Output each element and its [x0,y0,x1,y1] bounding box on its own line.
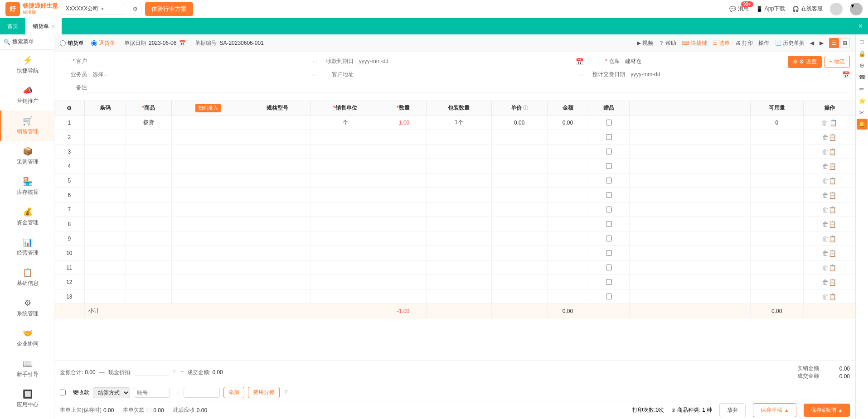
customer-picker[interactable]: ··· [313,58,317,65]
salesperson-input[interactable] [90,70,308,79]
add-payment-btn[interactable]: 添加 [223,387,244,398]
radio-sale[interactable]: 销货单 [60,39,84,47]
salesperson-picker[interactable]: ··· [313,72,317,78]
sidebar-item-basic-info[interactable]: 📋 基础信息 [0,262,54,293]
calendar-icon[interactable]: 📅 [179,40,186,46]
filter-btn[interactable]: ☰ 选单 [713,39,730,47]
sidebar-item-wechat[interactable]: 💬 企业微信 [0,414,54,419]
service-button[interactable]: 🎧 在线客服 [792,5,823,13]
help-btn[interactable]: ？ 帮助 [659,39,676,47]
settings-button[interactable]: ⚙ ⚙ 设置 [788,56,822,68]
due-date-calendar-icon[interactable]: 📅 [576,58,583,65]
amount-input[interactable] [184,388,220,398]
discount-input[interactable] [133,369,170,376]
user-dropdown[interactable]: ▼ [850,3,863,15]
gift-checkbox[interactable] [606,134,612,140]
sidebar-item-finance[interactable]: 💰 资金管理 [0,202,54,232]
delete-row-btn[interactable]: 🗑 [822,206,829,213]
close-tab-icon[interactable]: × [52,24,54,29]
one-click-payment[interactable]: 一键收款 [60,389,89,396]
scan-btn[interactable]: 扫码录入 [195,104,221,112]
copy-row-btn[interactable]: 📋 [829,250,836,257]
doc-shortage-help[interactable]: ⓘ [146,407,151,414]
fee-split-btn[interactable]: 费用分摊 [248,387,280,398]
operate-btn[interactable]: 操作 [758,39,769,47]
delete-row-btn[interactable]: 🗑 [822,221,829,228]
copy-row-btn[interactable]: 📋 [829,235,836,242]
copy-row-btn[interactable]: 📋 [829,177,836,184]
delete-row-btn[interactable]: 🗑 [822,293,829,300]
copy-row-btn[interactable]: 📋 [829,192,836,199]
rs-btn-8[interactable]: 🔔 [857,119,868,130]
copy-row-btn[interactable]: 📋 [829,293,836,300]
settings-icon[interactable]: ⚙ [129,3,141,15]
account-input[interactable] [134,388,170,398]
avatar[interactable] [830,3,843,15]
expected-date-input[interactable] [628,70,839,79]
due-date-input[interactable] [356,57,573,66]
sidebar-item-app-center[interactable]: 🔲 应用中心 [0,384,54,414]
next-btn[interactable]: ▶ [820,40,824,46]
list-view-btn[interactable]: ☰ [829,38,839,48]
close-all-tabs[interactable]: × [853,18,868,34]
tab-home[interactable]: 首页 [0,18,25,34]
sidebar-item-purchase[interactable]: 📦 采购管理 [0,141,54,171]
copy-row-btn[interactable]: 📋 [829,134,836,141]
gift-checkbox[interactable] [606,236,612,241]
message-button[interactable]: 💬 消息 99+ [729,5,749,13]
gift-checkbox[interactable] [606,149,612,154]
note-input[interactable] [90,83,850,92]
history-btn[interactable]: 📃 历史单据 [775,39,805,47]
sidebar-item-collab[interactable]: 🤝 企业协同 [0,323,54,353]
sidebar-search[interactable]: 🔍 搜索菜单 [0,34,54,50]
expected-date-calendar-icon[interactable]: 📅 [842,71,850,78]
radio-return[interactable]: 退货单 [91,39,115,47]
payment-method-select[interactable]: 结算方式 [93,387,130,398]
col-settings[interactable]: ⚙ [54,101,84,116]
copy-row-btn[interactable]: 📋 [829,119,837,126]
rs-btn-3[interactable]: ⊕ [857,60,868,71]
gift-checkbox[interactable] [606,250,612,256]
address-input[interactable] [356,70,575,79]
delete-row-btn[interactable]: 🗑 [822,192,829,199]
prev-btn[interactable]: ◀ [810,40,814,46]
delete-row-btn[interactable]: 🗑 [822,148,829,155]
sidebar-item-marketing[interactable]: 📣 营销推广 [0,80,54,111]
discount-help[interactable]: ？ [171,369,177,376]
rs-btn-2[interactable]: 🔒 [857,48,868,59]
delete-row-btn[interactable]: 🗑 [822,264,829,271]
copy-row-btn[interactable]: 📋 [829,206,836,213]
gift-checkbox[interactable] [606,120,612,125]
rs-btn-6[interactable]: ⭐ [857,95,868,106]
rs-btn-4[interactable]: ☎ [857,72,868,82]
delete-row-btn[interactable]: 🗑 [822,250,829,257]
rs-btn-5[interactable]: ✏ [857,83,868,94]
gift-checkbox[interactable] [606,265,612,270]
copy-row-btn[interactable]: 📋 [829,148,836,155]
gift-checkbox[interactable] [606,294,612,299]
rs-btn-1[interactable]: □ [857,36,868,47]
account-picker[interactable]: ··· [175,390,180,396]
copy-row-btn[interactable]: 📋 [829,163,836,170]
gift-checkbox[interactable] [606,163,612,169]
sidebar-item-sales[interactable]: 🛒 销售管理 [0,111,54,141]
logistics-button[interactable]: + 物流 [824,56,850,68]
address-picker[interactable]: ··· [579,72,583,78]
discard-button[interactable]: 放弃 [719,403,746,417]
sidebar-item-operations[interactable]: 📊 经营管理 [0,232,54,262]
gift-checkbox[interactable] [606,192,612,198]
company-select[interactable]: XXXXXX公司 ▼ [62,3,125,15]
customer-input[interactable] [90,57,308,66]
delete-row-btn[interactable]: 🗑 [822,163,829,170]
copy-row-btn[interactable]: 📋 [829,279,836,286]
video-btn[interactable]: ▶ 视频 [637,39,653,47]
one-click-checkbox[interactable] [60,390,66,395]
tab-sales-order[interactable]: 销货单 × [25,18,62,34]
save-new-button[interactable]: 保存&新增 ▲ [804,404,850,417]
rs-btn-7[interactable]: ✂ [857,107,868,118]
sidebar-item-guide[interactable]: 📖 新手引导 [0,353,54,384]
gift-checkbox[interactable] [606,221,612,227]
print-btn[interactable]: 🖨 打印 [735,39,753,47]
trial-button[interactable]: 体验行业方案 [145,2,193,16]
gift-checkbox[interactable] [606,178,612,183]
